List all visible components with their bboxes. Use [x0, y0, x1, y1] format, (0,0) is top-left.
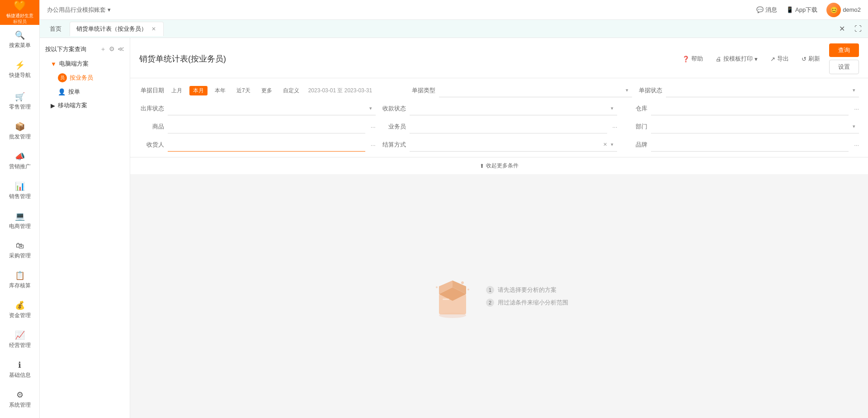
doc-type-filter-group: 单据类型 ▾	[410, 84, 632, 97]
date-custom[interactable]: 自定义	[279, 86, 303, 95]
date-this-year[interactable]: 本年	[211, 86, 229, 95]
sidebar-item-sales[interactable]: 📊 销售管理	[0, 176, 39, 206]
goods-label: 商品	[139, 123, 164, 131]
dept-select[interactable]: ▾	[651, 120, 859, 133]
retail-icon: 🛒	[15, 92, 25, 102]
warehouse-input[interactable]	[651, 102, 849, 115]
sales-icon: 📊	[15, 181, 25, 191]
receipt-status-filter-group: 收款状态 ▾	[381, 102, 618, 115]
sidebar-item-purchase[interactable]: 🛍 采购管理	[0, 236, 39, 265]
sidebar-item-basic[interactable]: ℹ 基础信息	[0, 355, 39, 385]
doc-type-label: 单据类型	[410, 86, 435, 95]
salesman-dots-icon[interactable]: ···	[613, 124, 618, 130]
receiver-filter-group: 收货人 ···	[139, 138, 376, 152]
sidebar-item-wholesale[interactable]: 📦 批发管理	[0, 116, 39, 146]
marketing-icon: 📣	[15, 152, 25, 162]
sidebar-item-quick[interactable]: ⚡ 快捷导航	[0, 55, 39, 85]
add-scheme-icon[interactable]: ＋	[100, 45, 106, 53]
payment-select[interactable]: ✕ ▾	[410, 138, 618, 152]
sidebar-item-search[interactable]: 🔍 搜索菜单	[0, 25, 39, 55]
print-button[interactable]: 🖨 按模板打印 ▾	[712, 53, 761, 65]
tree-item-by-salesman[interactable]: 员 按业务员	[40, 71, 130, 85]
sidebar-item-ecommerce[interactable]: 💻 电商管理	[0, 206, 39, 236]
collapse-panel-icon[interactable]: ≪	[118, 45, 124, 53]
receiver-input[interactable]	[168, 138, 365, 152]
warehouse-filter-group: 仓库 ···	[623, 102, 859, 115]
tree-item-doc-label: 按单	[68, 88, 80, 96]
goods-input[interactable]	[168, 120, 365, 133]
help-icon: ❓	[682, 56, 689, 62]
logo-sub: 标报员	[13, 19, 27, 25]
goods-dots-icon[interactable]: ···	[371, 124, 376, 130]
date-this-month[interactable]: 本月	[189, 86, 208, 95]
app-logo[interactable]: 🧡 畅捷通好生意 标报员	[0, 0, 40, 25]
dept-label: 部门	[623, 123, 647, 131]
doc-status-select[interactable]: ▾	[666, 84, 859, 97]
collapse-button[interactable]: ⬆ 收起更多条件	[474, 160, 524, 171]
sidebar-item-inventory[interactable]: 📋 库存核算	[0, 265, 39, 295]
tab-home[interactable]: 首页	[43, 22, 68, 36]
collapse-row: ⬆ 收起更多条件	[130, 157, 868, 174]
goods-filter-group: 商品 ···	[139, 120, 376, 133]
sidebar-item-enterprise[interactable]: 🤝 企业协同	[0, 416, 39, 418]
brand-dots-icon[interactable]: ···	[854, 142, 859, 148]
query-button[interactable]: 查询	[829, 43, 859, 57]
warehouse-dots-icon[interactable]: ···	[854, 105, 859, 112]
page-actions: ❓ 帮助 🖨 按模板打印 ▾ ↗ 导出 ↺ 刷新	[679, 43, 859, 74]
maximize-tab-button[interactable]: ⛶	[852, 23, 864, 35]
quick-icon: ⚡	[15, 60, 25, 70]
salesman-filter-group: 业务员 ···	[381, 120, 618, 133]
sidebar-item-finance[interactable]: 💰 资金管理	[0, 295, 39, 325]
doc-type-select[interactable]: ▾	[439, 84, 632, 97]
help-button[interactable]: ❓ 帮助	[679, 53, 707, 65]
tab-sales-stat[interactable]: 销货单统计表（按业务员） ✕	[70, 22, 164, 36]
app-download-button[interactable]: 📱 App下载	[786, 6, 817, 14]
refresh-button[interactable]: ↺ 刷新	[798, 53, 824, 65]
doc-status-label: 单据状态	[637, 86, 662, 95]
sidebar-item-operations[interactable]: 📈 经营管理	[0, 325, 39, 355]
date-last-month[interactable]: 上月	[168, 86, 186, 95]
payment-clear-icon[interactable]: ✕	[601, 141, 609, 148]
sidebar-label-sales: 销售管理	[9, 193, 31, 200]
page-title: 销货单统计表(按业务员)	[139, 53, 226, 64]
sidebar-item-marketing[interactable]: 📣 营销推广	[0, 146, 39, 176]
close-tab-button[interactable]: ✕	[835, 23, 848, 35]
tree-section-mobile[interactable]: ▶ 移动端方案	[40, 99, 130, 112]
breadcrumb-dropdown[interactable]: 办公用品行业模拟账套 ▾	[47, 6, 111, 14]
out-status-select[interactable]: ▾	[168, 102, 376, 115]
payment-label: 结算方式	[381, 141, 406, 149]
user-menu[interactable]: 😊 demo2	[826, 3, 861, 17]
tree-section-mobile-label: 移动端方案	[58, 101, 87, 109]
filter-row-2: 出库状态 ▾ 收款状态 ▾ 仓库	[139, 102, 859, 115]
tree-item-by-doc[interactable]: 👤 按单	[40, 85, 130, 99]
sidebar-label-inventory: 库存核算	[9, 282, 31, 290]
sidebar-item-retail[interactable]: 🛒 零售管理	[0, 86, 39, 116]
svg-point-8	[436, 286, 438, 288]
sidebar-label-search: 搜索菜单	[9, 42, 31, 49]
empty-state: 1 请先选择要分析的方案 2 用过滤条件来缩小分析范围	[130, 174, 868, 418]
empty-hint-1: 1 请先选择要分析的方案	[486, 286, 568, 294]
message-button[interactable]: 💬 消息	[756, 6, 777, 14]
filter-row-4: 收货人 ··· 结算方式 ✕ ▾	[139, 138, 859, 152]
export-button[interactable]: ↗ 导出	[767, 53, 793, 65]
date-7days[interactable]: 近7天	[233, 86, 254, 95]
tab-close-icon[interactable]: ✕	[151, 25, 157, 33]
filter-row-1: 单据日期 上月 本月 本年 近7天 更多 自定义 2023-03-01 至 20…	[139, 84, 859, 97]
settings-scheme-icon[interactable]: ⚙	[109, 45, 115, 53]
topbar-right: 💬 消息 📱 App下载 😊 demo2	[756, 3, 861, 17]
receiver-dots-icon[interactable]: ···	[371, 142, 376, 148]
date-filter-buttons: 上月 本月 本年 近7天 更多 自定义 2023-03-01 至 2023-03…	[168, 86, 372, 95]
query-settings-group: 查询 设置	[829, 43, 859, 74]
empty-state-content: 1 请先选择要分析的方案 2 用过滤条件来缩小分析范围	[430, 274, 568, 319]
tree-section-desktop[interactable]: ▼ 电脑端方案	[40, 57, 130, 71]
sidebar-item-system[interactable]: ⚙ 系统管理	[0, 385, 39, 414]
date-more[interactable]: 更多	[258, 86, 276, 95]
ecommerce-icon: 💻	[15, 211, 25, 221]
sidebar-label-marketing: 营销推广	[9, 163, 31, 171]
settings-button[interactable]: 设置	[829, 60, 859, 74]
operations-icon: 📈	[15, 330, 25, 340]
doc-type-chevron-icon: ▾	[626, 87, 628, 93]
brand-input[interactable]	[651, 138, 849, 152]
salesman-input[interactable]	[410, 120, 607, 133]
receipt-status-select[interactable]: ▾	[410, 102, 618, 115]
